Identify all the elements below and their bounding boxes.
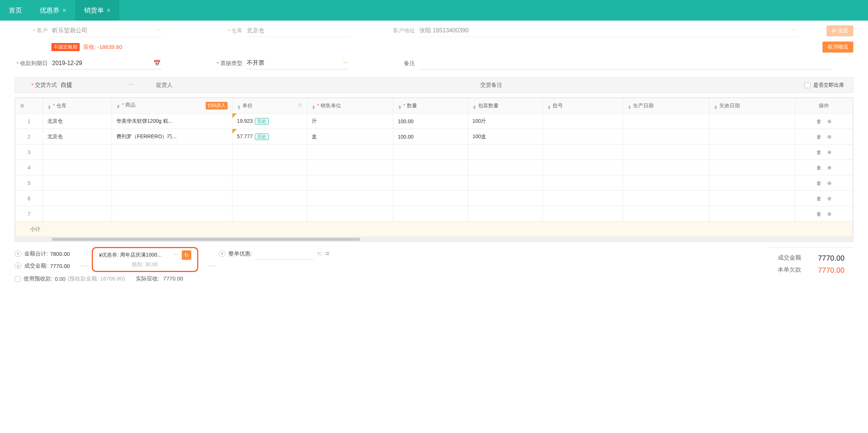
add-icon[interactable]: ⊕: [827, 134, 832, 140]
help-icon[interactable]: ?⃝: [317, 251, 322, 257]
sort-icon[interactable]: [714, 105, 718, 109]
calendar-icon[interactable]: 📅: [153, 60, 161, 67]
table-row[interactable]: 6🗑⊕: [15, 191, 853, 206]
total-amount: ¥ 金额合计: 7800.00: [15, 247, 70, 260]
delivery-note-label: 交货备注: [480, 82, 502, 89]
delete-icon[interactable]: 🗑: [816, 149, 821, 155]
table-row[interactable]: 3🗑⊕: [15, 144, 853, 160]
chevron-down-icon: ﹀: [791, 27, 796, 34]
actual-receivable: 实际应收: 7770.00: [136, 275, 183, 282]
prepay-checkbox[interactable]: [15, 276, 21, 282]
delete-icon[interactable]: 🗑: [816, 134, 821, 140]
period-badge: 不固定账期: [51, 43, 80, 51]
sort-icon[interactable]: [547, 105, 551, 109]
tab-coupon[interactable]: 优惠券×: [31, 0, 75, 21]
cancel-logistics-button[interactable]: 取消物流: [822, 42, 853, 53]
customer-select[interactable]: 昕乐贸易公司 ﹀: [51, 25, 162, 37]
sort-icon[interactable]: [473, 105, 477, 109]
add-icon[interactable]: ⊕: [827, 196, 832, 201]
table-row[interactable]: 7🗑⊕: [15, 206, 853, 222]
coupon-select[interactable]: 周年店庆满1000...: [120, 252, 171, 258]
coupon-box: ¥ 优惠券: 周年店庆满1000... ﹀ ↻ 抵扣: 30.00: [92, 247, 198, 272]
gear-icon[interactable]: ⚙: [20, 103, 25, 109]
scan-badge[interactable]: 扫码录入: [206, 102, 228, 110]
tab-bar: 首页 优惠券× 销货单×: [0, 0, 868, 21]
chevron-down-icon: ﹀: [156, 27, 161, 34]
history-badge[interactable]: 历史: [255, 133, 269, 140]
invoice-select[interactable]: 不开票 ﹀: [246, 57, 349, 69]
sort-icon[interactable]: [116, 104, 120, 108]
discount-icon: ¥: [219, 250, 225, 257]
help-icon[interactable]: ?⃝: [298, 103, 303, 108]
warehouse-label: 仓库: [231, 27, 242, 34]
customer-label: 客户: [37, 27, 48, 34]
chevron-down-icon: ﹀: [174, 252, 179, 258]
remark-label: 备注: [404, 60, 415, 67]
delivery-bar: *交货方式 自提 ﹀ 提货人 交货备注 是否立即出库: [15, 77, 853, 93]
delete-icon[interactable]: 🗑: [816, 118, 821, 124]
use-prepay: 使用预收款: 0.00 (预收款金额: 18706.80): [15, 275, 125, 282]
add-icon[interactable]: ⊕: [827, 118, 832, 124]
delivery-method-select[interactable]: 自提 ﹀: [61, 81, 134, 89]
sort-icon[interactable]: [628, 105, 632, 109]
picker-label: 提货人: [156, 82, 173, 89]
delete-icon[interactable]: 🗑: [816, 196, 821, 201]
equals-icon: =: [325, 250, 330, 258]
order-discount: ¥ 整单优惠: ?⃝ =: [219, 247, 330, 260]
settings-button[interactable]: ⚙ 设置: [827, 25, 853, 36]
horizontal-scrollbar[interactable]: [15, 237, 853, 241]
deal-amount: ◎ 成交金额: 7770.00: [15, 259, 70, 272]
sort-icon[interactable]: [398, 105, 402, 109]
table-row[interactable]: 4🗑⊕: [15, 160, 853, 175]
order-discount-input[interactable]: [255, 247, 314, 260]
sort-icon[interactable]: [312, 105, 316, 109]
delete-icon[interactable]: 🗑: [816, 211, 821, 217]
remark-input[interactable]: [419, 57, 831, 69]
sort-icon[interactable]: [237, 105, 241, 109]
warn-icon: [232, 129, 237, 133]
add-icon[interactable]: ⊕: [827, 165, 832, 171]
table-row[interactable]: 5🗑⊕: [15, 175, 853, 191]
items-table: ⚙ *仓库 *商品扫码录入 单价?⃝ *销售单位 *数量 包装数量 批号 生产日…: [15, 97, 853, 242]
yen-icon: ¥: [15, 250, 21, 257]
tab-sales[interactable]: 销货单×: [75, 0, 120, 21]
sort-icon[interactable]: [47, 105, 51, 109]
table-row[interactable]: 2北京仓费列罗（FERRERO）巧...57.777历史盒100.00100盒🗑…: [15, 129, 853, 144]
paydate-label: 收款到期日: [20, 60, 48, 67]
add-icon[interactable]: ⊕: [827, 211, 832, 217]
chevron-down-icon: ﹀: [343, 60, 348, 67]
stockout-checkbox[interactable]: [804, 82, 810, 88]
coupon-deduct: 抵扣: 30.00: [132, 261, 191, 268]
tab-home[interactable]: 首页: [0, 0, 31, 21]
warehouse-select[interactable]: 北京仓: [246, 25, 349, 37]
close-icon[interactable]: ×: [107, 7, 111, 14]
refresh-button[interactable]: ↻: [182, 250, 191, 260]
add-icon[interactable]: ⊕: [827, 180, 832, 186]
target-icon: ◎: [15, 262, 21, 269]
delete-icon[interactable]: 🗑: [816, 180, 821, 186]
delivery-method-label: 交货方式: [35, 82, 57, 89]
add-icon[interactable]: ⊕: [827, 149, 832, 155]
subtotal-row: 小计: [15, 222, 853, 237]
summary-box: 成交金额7770.00 本单欠款7770.00: [769, 247, 853, 285]
stockout-label: 是否立即出库: [813, 82, 844, 89]
warn-icon: [232, 114, 237, 118]
invoice-label: 票据类型: [220, 60, 242, 67]
close-icon[interactable]: ×: [62, 7, 66, 14]
delete-icon[interactable]: 🗑: [816, 165, 821, 171]
coupon-icon: ¥: [99, 252, 102, 258]
paydate-input[interactable]: 2019-12-29 📅: [51, 57, 162, 69]
address-select[interactable]: 张阳 18513400390 ﹀: [419, 25, 797, 37]
history-badge[interactable]: 历史: [255, 118, 269, 125]
table-row[interactable]: 1北京仓华美华夫软饼1200g 糕...19.923历史斤100.00100斤🗑…: [15, 114, 853, 129]
receivable-text: 应收:-18639.80: [83, 44, 122, 51]
address-label: 客户地址: [393, 27, 415, 34]
chevron-down-icon: ﹀: [129, 82, 134, 89]
